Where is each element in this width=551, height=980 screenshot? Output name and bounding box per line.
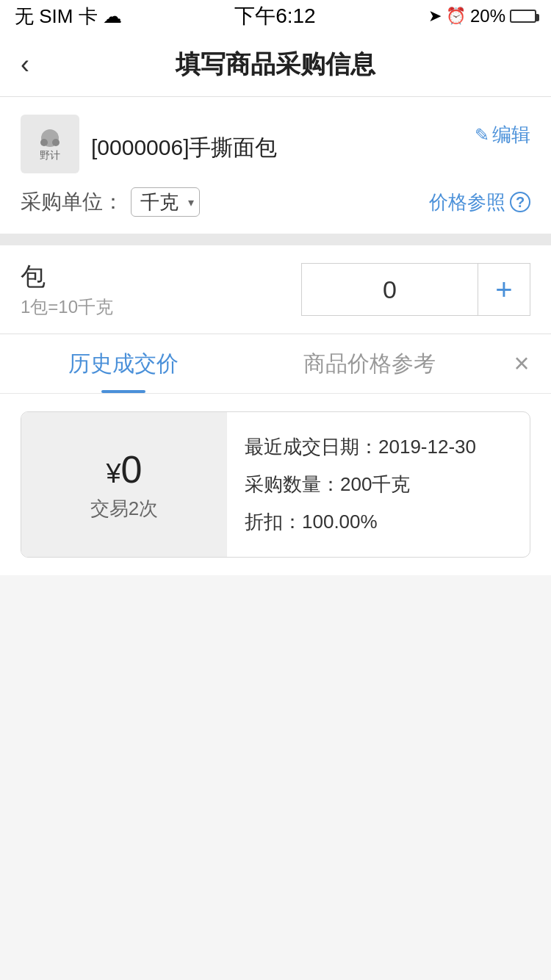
section-divider [0, 234, 551, 245]
quantity-unit-label: 包 [21, 260, 113, 294]
price-ref-help-icon: ? [510, 192, 530, 212]
tab-active-underline [101, 390, 145, 393]
product-left: 野计 [0000006]手撕面包 [21, 115, 277, 173]
main-content-area [0, 575, 551, 980]
product-header: 野计 [0000006]手撕面包 ✎ 编辑 [21, 115, 530, 173]
quantity-ratio: 1包=10千克 [21, 295, 113, 319]
discount-row: 折扣：100.00% [245, 508, 512, 536]
product-unit-row: 采购单位： 千克 ▾ 价格参照 ? [21, 188, 530, 216]
product-name: [0000006]手撕面包 [91, 133, 277, 163]
unit-select-wrapper[interactable]: 千克 ▾ [131, 190, 200, 215]
discount-label: 折扣： [245, 511, 302, 533]
card-details-section: 最近成交日期：2019-12-30 采购数量：200千克 折扣：100.00% [227, 412, 530, 557]
tab-product-price-ref[interactable]: 商品价格参考 [246, 334, 492, 393]
status-right: ➤ ⏰ 20% [428, 6, 536, 26]
recent-date-label: 最近成交日期： [245, 436, 378, 458]
sim-status: 无 SIM 卡 ☁ [15, 4, 122, 29]
discount-value: 100.00% [302, 511, 378, 533]
card-price-section: ¥0 交易2次 [21, 412, 227, 557]
nav-bar: ‹ 填写商品采购信息 [0, 32, 551, 97]
tab-history-price[interactable]: 历史成交价 [0, 334, 246, 393]
product-thumbnail: 野计 [21, 115, 79, 173]
product-section: 野计 [0000006]手撕面包 ✎ 编辑 采购单位： 千克 ▾ 价格参照 ? [0, 97, 551, 234]
unit-caret-icon: ▾ [188, 195, 194, 209]
tabs-header: 历史成交价 商品价格参考 × [0, 334, 551, 394]
edit-button[interactable]: ✎ 编辑 [475, 122, 530, 148]
history-card: ¥0 交易2次 最近成交日期：2019-12-30 采购数量：200千克 折扣：… [21, 411, 530, 558]
card-price-display: ¥0 [107, 447, 143, 491]
quantity-input[interactable]: 0 [301, 263, 478, 316]
alarm-icon: ⏰ [446, 7, 466, 26]
quantity-plus-button[interactable]: + [478, 263, 530, 316]
history-content: ¥0 交易2次 最近成交日期：2019-12-30 采购数量：200千克 折扣：… [0, 394, 551, 575]
status-left: 无 SIM 卡 ☁ [15, 4, 122, 29]
battery-level: 20% [470, 6, 505, 26]
purchase-qty-row: 采购数量：200千克 [245, 470, 512, 499]
unit-left: 采购单位： 千克 ▾ [21, 188, 200, 216]
edit-pencil-icon: ✎ [475, 125, 489, 145]
price-ref-button[interactable]: 价格参照 ? [429, 190, 530, 215]
quantity-section: 包 1包=10千克 0 + [0, 245, 551, 334]
svg-point-1 [40, 139, 48, 146]
trade-count: 交易2次 [90, 496, 158, 522]
quantity-label-block: 包 1包=10千克 [21, 260, 113, 319]
svg-point-2 [52, 139, 60, 146]
recent-date-row: 最近成交日期：2019-12-30 [245, 433, 512, 461]
status-bar: 无 SIM 卡 ☁ 下午6:12 ➤ ⏰ 20% [0, 0, 551, 32]
quantity-input-row: 0 + [301, 263, 530, 316]
svg-text:野计: 野计 [40, 149, 60, 161]
tabs-section: 历史成交价 商品价格参考 × ¥0 交易2次 最近成交日期：2019-12-30… [0, 334, 551, 575]
currency-symbol: ¥ [107, 458, 121, 489]
product-image-icon: 野计 [28, 122, 72, 166]
status-time: 下午6:12 [234, 2, 316, 30]
page-title: 填写商品采购信息 [176, 48, 375, 82]
location-icon: ➤ [428, 7, 442, 26]
purchase-qty-label: 采购数量： [245, 473, 340, 495]
recent-date-value: 2019-12-30 [378, 436, 476, 458]
unit-label: 采购单位： [21, 188, 123, 216]
back-button[interactable]: ‹ [21, 49, 29, 80]
tab-close-button[interactable]: × [492, 334, 551, 393]
battery-icon [510, 10, 536, 23]
price-value: 0 [121, 448, 143, 491]
purchase-qty-value: 200千克 [340, 473, 410, 495]
